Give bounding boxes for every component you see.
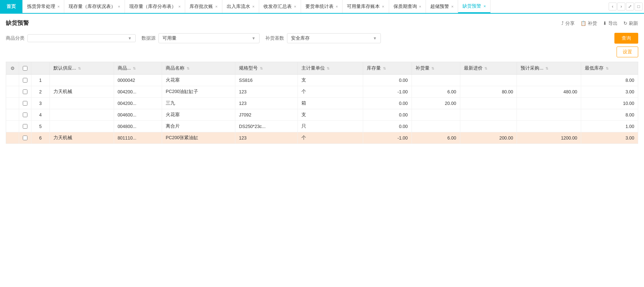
- share-button[interactable]: ⤴ 分享: [561, 20, 575, 27]
- td-checkbox-3[interactable]: [19, 109, 31, 121]
- td-name-2: 三九: [162, 98, 235, 109]
- th-unit-label: 主计量单位: [301, 65, 325, 71]
- select-all-checkbox[interactable]: [23, 66, 27, 71]
- th-index: [31, 62, 50, 75]
- tab-6-close[interactable]: ×: [294, 4, 296, 9]
- tab-6[interactable]: 收发存汇总表 ×: [259, 0, 301, 13]
- th-stock-label: 库存量: [367, 65, 381, 71]
- row-checkbox-1[interactable]: [23, 89, 27, 94]
- td-spec-4: DS250*23c...: [235, 121, 298, 132]
- th-min-stock[interactable]: 最低库存 ⇅: [581, 62, 638, 75]
- datasource-filter-group: 数据源 可用量 ▼: [142, 33, 260, 43]
- replenish-base-select[interactable]: 安全库存 ▼: [287, 33, 381, 43]
- th-latest-price[interactable]: 最新进价 ⇅: [460, 62, 517, 75]
- tab-8-close[interactable]: ×: [382, 4, 384, 9]
- tab-1-close[interactable]: ×: [57, 4, 60, 9]
- td-spec-1: 123: [235, 86, 298, 98]
- row-checkbox-2[interactable]: [23, 101, 27, 106]
- query-button[interactable]: 查询: [614, 33, 638, 44]
- tab-10-close[interactable]: ×: [451, 4, 453, 9]
- td-latest-price-1: 80.00: [460, 86, 517, 98]
- th-name[interactable]: 商品名称 ⇅: [162, 62, 235, 75]
- tab-7-close[interactable]: ×: [336, 4, 338, 9]
- tab-11[interactable]: 缺货预警 ×: [458, 0, 490, 13]
- td-supplier-3: [50, 109, 114, 121]
- td-replenish-1: 6.00: [412, 86, 460, 98]
- td-replenish-5: 6.00: [412, 132, 460, 144]
- th-unit[interactable]: 主计量单位 ⇅: [297, 62, 363, 75]
- export-button[interactable]: ⬇ 导出: [603, 20, 618, 27]
- td-checkbox-1[interactable]: [19, 86, 31, 98]
- th-code-sort-icon: ⇅: [133, 66, 136, 70]
- tab-3[interactable]: 现存量（库存分布表） ×: [125, 0, 185, 13]
- td-supplier-1: 力天机械: [50, 86, 114, 98]
- tab-9-close[interactable]: ×: [419, 4, 421, 9]
- refresh-label: 刷新: [629, 20, 638, 27]
- td-spec-3: J7092: [235, 109, 298, 121]
- replenish-button[interactable]: 📋 补货: [580, 20, 597, 27]
- category-select[interactable]: ▼: [27, 34, 136, 42]
- th-stock-sort-icon: ⇅: [383, 66, 386, 70]
- tab-8[interactable]: 可用量库存账本 ×: [343, 0, 389, 13]
- row-checkbox-5[interactable]: [23, 136, 27, 140]
- tab-2-label: 现存量（库存状况表）: [69, 3, 116, 10]
- td-est-purchase-3: [517, 109, 581, 121]
- tab-nav-buttons: ‹ › ⤢ □: [607, 3, 644, 10]
- td-latest-price-3: [460, 109, 517, 121]
- setting-button[interactable]: 设置: [617, 47, 638, 57]
- th-code[interactable]: 商品... ⇅: [114, 62, 162, 75]
- tab-4-close[interactable]: ×: [215, 4, 217, 9]
- datasource-arrow-icon: ▼: [252, 36, 256, 40]
- tab-window-button[interactable]: ⤢: [626, 3, 634, 10]
- tab-4[interactable]: 库存批次账 ×: [185, 0, 222, 13]
- td-unit-0: 支: [297, 75, 363, 86]
- page-header: 缺货预警 ⤴ 分享 📋 补货 ⬇ 导出 ↻ 刷新: [6, 19, 638, 27]
- tab-9[interactable]: 保质期查询 ×: [389, 0, 426, 13]
- tab-2[interactable]: 现存量（库存状况表） ×: [64, 0, 125, 13]
- replenish-base-filter-group: 补货基数 安全库存 ▼: [265, 33, 381, 43]
- td-unit-1: 个: [297, 86, 363, 98]
- tab-maximize-button[interactable]: □: [635, 3, 643, 10]
- tab-prev-button[interactable]: ‹: [609, 3, 617, 10]
- filter-actions: 查询: [614, 33, 638, 44]
- th-checkbox[interactable]: [19, 62, 31, 75]
- tab-11-close[interactable]: ×: [483, 4, 486, 8]
- tab-11-label: 缺货预警: [462, 3, 481, 9]
- header-actions: ⤴ 分享 📋 补货 ⬇ 导出 ↻ 刷新: [561, 20, 638, 27]
- row-checkbox-4[interactable]: [23, 124, 27, 129]
- th-gear[interactable]: ⚙: [6, 62, 19, 75]
- tab-2-close[interactable]: ×: [118, 4, 120, 9]
- th-latest-price-sort-icon: ⇅: [484, 66, 487, 70]
- th-est-purchase[interactable]: 预计采购... ⇅: [517, 62, 581, 75]
- tab-home[interactable]: 首页: [0, 0, 23, 13]
- td-supplier-4: [50, 121, 114, 132]
- table-row: 5 004800... 离合片 DS250*23c... 只 0.00 1.00: [6, 121, 638, 132]
- tab-1[interactable]: 拣货异常处理 ×: [23, 0, 64, 13]
- th-spec-label: 规格型号: [239, 65, 258, 71]
- replenish-base-label: 补货基数: [265, 35, 284, 41]
- td-name-0: 火花塞: [162, 75, 235, 86]
- tab-7[interactable]: 要货单统计表 ×: [301, 0, 343, 13]
- td-checkbox-0[interactable]: [19, 75, 31, 86]
- td-checkbox-2[interactable]: [19, 98, 31, 109]
- row-checkbox-3[interactable]: [23, 112, 27, 117]
- datasource-select[interactable]: 可用量 ▼: [158, 33, 260, 43]
- td-checkbox-4[interactable]: [19, 121, 31, 132]
- th-replenish[interactable]: 补货量 ⇅: [412, 62, 460, 75]
- tab-1-label: 拣货异常处理: [27, 3, 55, 10]
- row-checkbox-0[interactable]: [23, 78, 27, 83]
- tab-10[interactable]: 超储预警 ×: [426, 0, 458, 13]
- page-title: 缺货预警: [6, 19, 29, 27]
- tab-5-close[interactable]: ×: [252, 4, 254, 9]
- td-min-stock-3: 8.00: [581, 109, 638, 121]
- refresh-icon: ↻: [623, 21, 627, 26]
- refresh-button[interactable]: ↻ 刷新: [623, 20, 638, 27]
- th-stock[interactable]: 库存量 ⇅: [363, 62, 412, 75]
- tab-8-label: 可用量库存账本: [347, 3, 380, 10]
- tab-next-button[interactable]: ›: [617, 3, 625, 10]
- th-spec[interactable]: 规格型号 ⇅: [235, 62, 298, 75]
- th-supplier[interactable]: 默认供应... ⇅: [50, 62, 114, 75]
- tab-3-close[interactable]: ×: [178, 4, 180, 9]
- tab-5[interactable]: 出入库流水 ×: [222, 0, 259, 13]
- td-checkbox-5[interactable]: [19, 132, 31, 144]
